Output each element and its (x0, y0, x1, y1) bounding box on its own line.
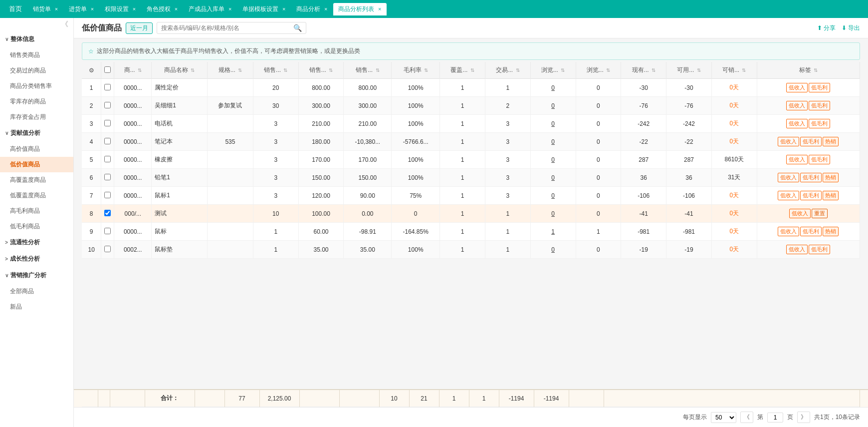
sidebar-item-low-margin[interactable]: 低毛利商品 (0, 219, 73, 234)
cell-checkbox[interactable] (101, 97, 114, 115)
nav-analysis-close[interactable]: × (324, 6, 327, 12)
nav-sales[interactable]: 销货单 × (28, 3, 63, 15)
browse-link[interactable]: 0 (551, 138, 555, 145)
sidebar-group-general[interactable]: ∨ 整体信息 (0, 31, 73, 47)
browse-link[interactable]: 0 (551, 174, 555, 181)
cell-checkbox[interactable] (101, 115, 114, 133)
cell-checkbox[interactable] (101, 169, 114, 187)
cell-browse1[interactable]: 1 (530, 223, 576, 241)
browse-link[interactable]: 1 (551, 228, 555, 235)
browse-link[interactable]: 0 (551, 120, 555, 127)
row-checkbox[interactable] (104, 210, 111, 216)
nav-role-close[interactable]: × (175, 6, 178, 12)
col-stock1[interactable]: 现有... ⇅ (621, 62, 666, 79)
sidebar-group-circulation[interactable]: > 流通性分析 (0, 234, 73, 251)
col-browse2[interactable]: 浏览... ⇅ (576, 62, 621, 79)
nav-permission[interactable]: 权限设置 × (100, 3, 141, 15)
nav-purchase[interactable]: 进货单 × (64, 3, 99, 15)
browse-link[interactable]: 0 (551, 102, 555, 109)
page-input[interactable] (767, 413, 783, 423)
sidebar-group-growth[interactable]: > 成长性分析 (0, 251, 73, 267)
sidebar-collapse-btn[interactable]: 《 (59, 20, 70, 29)
col-tags[interactable]: 标签 ⇅ (757, 62, 860, 79)
browse-link[interactable]: 0 (551, 156, 555, 163)
sidebar-item-low-coverage[interactable]: 低覆盖度商品 (0, 188, 73, 203)
row-checkbox[interactable] (104, 138, 111, 144)
sidebar-item-low-value[interactable]: 低价值商品 (0, 157, 73, 172)
col-settings[interactable]: ⚙ (82, 62, 101, 79)
col-stock2[interactable]: 可用... ⇅ (666, 62, 712, 79)
sidebar-item-zero-stock[interactable]: 零库存的商品 (0, 94, 73, 109)
next-page-btn[interactable]: 》 (797, 412, 810, 423)
nav-template[interactable]: 单据模板设置 × (237, 3, 290, 15)
sidebar-item-all-products[interactable]: 全部商品 (0, 284, 73, 299)
cell-browse1[interactable]: 0 (530, 205, 576, 223)
cell-browse1[interactable]: 0 (530, 187, 576, 205)
row-checkbox[interactable] (104, 156, 111, 162)
col-sale2[interactable]: 销售... ⇅ (298, 62, 344, 79)
sidebar-item-traded-products[interactable]: 交易过的商品 (0, 63, 73, 78)
row-checkbox[interactable] (104, 174, 111, 180)
cell-browse1[interactable]: 0 (530, 133, 576, 151)
cell-checkbox[interactable] (101, 187, 114, 205)
sidebar-item-high-margin[interactable]: 高毛利商品 (0, 203, 73, 219)
cell-browse1[interactable]: 0 (530, 79, 576, 97)
sidebar-item-new-products[interactable]: 新品 (0, 299, 73, 315)
table-wrapper[interactable]: ⚙ 商... ⇅ 商品名称 ⇅ 规格... ⇅ 销售... ⇅ 销售... ⇅ … (82, 62, 860, 389)
col-name[interactable]: 商品名称 ⇅ (152, 62, 208, 79)
col-margin[interactable]: 毛利率 ⇅ (392, 62, 440, 79)
nav-role[interactable]: 角色授权 × (142, 3, 183, 15)
share-button[interactable]: ⬆ 分享 (817, 24, 836, 32)
nav-product-analysis-list[interactable]: 商品分析列表 × (333, 3, 386, 15)
cell-checkbox[interactable] (101, 79, 114, 97)
cell-checkbox[interactable] (101, 223, 114, 241)
row-checkbox[interactable] (104, 84, 111, 90)
sidebar-item-capital[interactable]: 库存资金占用 (0, 109, 73, 125)
cell-checkbox[interactable] (101, 133, 114, 151)
row-checkbox[interactable] (104, 120, 111, 126)
browse-link[interactable]: 0 (551, 246, 555, 253)
nav-product-close[interactable]: × (228, 6, 231, 12)
nav-home[interactable]: 首页 (4, 2, 27, 15)
sidebar-item-sales-products[interactable]: 销售类商品 (0, 47, 73, 63)
cell-browse1[interactable]: 0 (530, 115, 576, 133)
nav-template-close[interactable]: × (282, 6, 285, 12)
col-code[interactable]: 商... ⇅ (114, 62, 152, 79)
nav-purchase-close[interactable]: × (91, 6, 94, 12)
cell-browse1[interactable]: 0 (530, 151, 576, 169)
cell-browse1[interactable]: 0 (530, 169, 576, 187)
col-checkbox[interactable] (101, 62, 114, 79)
nav-sales-close[interactable]: × (55, 6, 58, 12)
row-checkbox[interactable] (104, 246, 111, 252)
nav-permission-close[interactable]: × (133, 6, 136, 12)
col-spec[interactable]: 规格... ⇅ (208, 62, 253, 79)
cell-browse1[interactable]: 0 (530, 97, 576, 115)
browse-link[interactable]: 0 (551, 192, 555, 199)
sidebar-item-high-value[interactable]: 高价值商品 (0, 141, 73, 157)
browse-link[interactable]: 0 (551, 210, 555, 217)
browse-link[interactable]: 0 (551, 84, 555, 91)
first-page-btn[interactable]: 《 (740, 412, 753, 423)
nav-analysis-list-close[interactable]: × (378, 6, 381, 12)
period-button[interactable]: 近一月 (126, 22, 153, 34)
search-icon[interactable]: 🔍 (293, 24, 302, 32)
row-checkbox[interactable] (104, 102, 111, 108)
row-checkbox[interactable] (104, 228, 111, 234)
cell-checkbox[interactable] (101, 151, 114, 169)
col-cover[interactable]: 覆盖... ⇅ (440, 62, 485, 79)
search-input[interactable] (161, 24, 293, 31)
sidebar-item-high-coverage[interactable]: 高覆盖度商品 (0, 172, 73, 188)
cell-checkbox[interactable] (101, 205, 114, 223)
sidebar-item-category-rate[interactable]: 商品分类销售率 (0, 78, 73, 94)
select-all-checkbox[interactable] (104, 66, 111, 73)
per-page-select[interactable]: 50 100 200 (711, 412, 736, 423)
col-trade[interactable]: 交易... ⇅ (485, 62, 530, 79)
nav-product-analysis[interactable]: 商品分析 × (291, 3, 332, 15)
cell-checkbox[interactable] (101, 241, 114, 259)
col-stock3[interactable]: 可销... ⇅ (711, 62, 757, 79)
nav-product-in[interactable]: 产成品入库单 × (184, 3, 236, 15)
row-checkbox[interactable] (104, 192, 111, 198)
sidebar-group-marketing[interactable]: ∨ 营销推广分析 (0, 267, 73, 284)
cell-browse1[interactable]: 0 (530, 241, 576, 259)
col-browse1[interactable]: 浏览... ⇅ (530, 62, 576, 79)
